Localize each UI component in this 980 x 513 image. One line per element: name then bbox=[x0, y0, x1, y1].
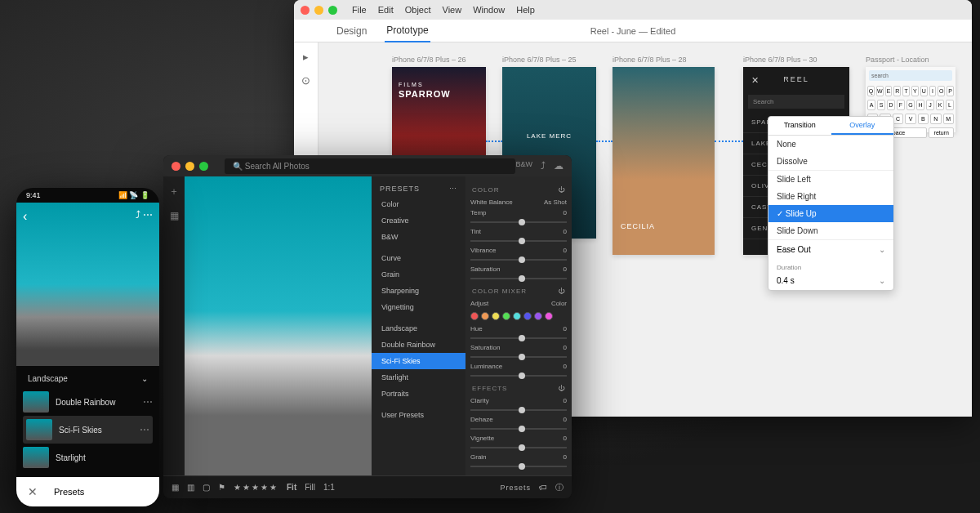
preset-group[interactable]: B&W bbox=[372, 229, 466, 245]
slider-row[interactable]: Vignette0 bbox=[470, 433, 567, 444]
transition-option[interactable]: Slide Right bbox=[768, 188, 893, 205]
library-icon[interactable]: ▦ bbox=[170, 210, 179, 221]
easing-select[interactable]: Ease Out⌄ bbox=[768, 240, 893, 259]
traffic-lights[interactable] bbox=[301, 6, 337, 15]
ab5-search-field: search bbox=[869, 70, 952, 81]
slider-row[interactable]: Saturation0 bbox=[470, 342, 567, 353]
color-swatches[interactable] bbox=[470, 309, 567, 323]
prototype-wire[interactable] bbox=[486, 141, 502, 142]
traffic-lights[interactable] bbox=[172, 162, 208, 171]
tab-prototype[interactable]: Prototype bbox=[385, 20, 430, 42]
transition-option[interactable]: Slide Left bbox=[768, 171, 893, 188]
panel-detail[interactable]: DETAIL bbox=[470, 471, 567, 475]
preset-item[interactable]: Starlight bbox=[372, 369, 466, 386]
slider-row[interactable]: Clarity0 bbox=[470, 395, 567, 406]
preset-group[interactable]: Curve bbox=[372, 250, 466, 266]
slider[interactable] bbox=[470, 356, 567, 358]
preset-category[interactable]: Landscape⌄ bbox=[16, 366, 159, 388]
panel-effects[interactable]: EFFECTS⏻ bbox=[470, 380, 567, 395]
transition-option[interactable]: None bbox=[768, 136, 893, 153]
mobile-preview-image[interactable]: ‹ ⤴ ⋯ bbox=[16, 203, 159, 366]
duration-select[interactable]: 0.4 s⌄ bbox=[768, 271, 893, 290]
slider-row[interactable]: Vibrance0 bbox=[470, 245, 567, 256]
share-icon[interactable]: ⤴ ⋯ bbox=[136, 209, 153, 221]
star-rating[interactable]: ★★★★★ bbox=[234, 483, 278, 492]
cloud-icon[interactable]: ☁ bbox=[554, 160, 564, 172]
slider[interactable] bbox=[470, 447, 567, 448]
transition-option[interactable]: Dissolve bbox=[768, 153, 893, 170]
slider-row[interactable]: Tint0 bbox=[470, 226, 567, 237]
prototype-wire[interactable] bbox=[715, 141, 743, 142]
preset-item-active[interactable]: Sci-Fi Skies bbox=[372, 353, 466, 369]
adjust-row[interactable]: AdjustColor bbox=[470, 298, 567, 309]
menu-edit[interactable]: Edit bbox=[378, 5, 394, 15]
lr-bw-button[interactable]: B&W bbox=[515, 160, 532, 172]
slider-row[interactable]: Saturation0 bbox=[470, 264, 567, 274]
preset-group[interactable]: Creative bbox=[372, 212, 466, 229]
slider[interactable] bbox=[470, 337, 567, 339]
slider[interactable] bbox=[470, 466, 567, 467]
artboard-3[interactable]: iPhone 6/7/8 Plus – 28 CECILIA bbox=[612, 67, 715, 255]
add-icon[interactable]: ＋ bbox=[169, 185, 179, 199]
presets-header: PRESETS⋯ bbox=[372, 181, 466, 196]
slider[interactable] bbox=[470, 375, 567, 377]
preset-item[interactable]: Starlight bbox=[23, 444, 153, 471]
info-icon[interactable]: ⓘ bbox=[555, 482, 564, 493]
back-icon[interactable]: ‹ bbox=[23, 209, 27, 224]
slider[interactable] bbox=[470, 409, 567, 411]
menu-view[interactable]: View bbox=[443, 5, 462, 15]
menu-window[interactable]: Window bbox=[473, 5, 505, 15]
tab-overlay[interactable]: Overlay bbox=[831, 117, 894, 135]
slider-row[interactable]: Luminance0 bbox=[470, 361, 567, 372]
ratio-button[interactable]: 1:1 bbox=[323, 483, 335, 492]
menu-file[interactable]: File bbox=[352, 5, 367, 15]
slider[interactable] bbox=[470, 428, 567, 430]
more-icon[interactable]: ⋯ bbox=[449, 185, 457, 193]
select-tool-icon[interactable]: ▸ bbox=[303, 51, 309, 63]
white-balance-row[interactable]: White BalanceAs Shot bbox=[470, 197, 567, 207]
preset-group[interactable]: Color bbox=[372, 196, 466, 212]
preset-item[interactable]: Double Rainbow bbox=[372, 337, 466, 353]
transition-option[interactable]: Slide Down bbox=[768, 222, 893, 239]
slider-row[interactable]: Temp0 bbox=[470, 207, 567, 218]
zoom-tool-icon[interactable]: ⊙ bbox=[301, 74, 310, 87]
more-icon[interactable]: ⋯ bbox=[140, 424, 149, 435]
image-preview[interactable] bbox=[185, 176, 372, 475]
preset-group[interactable]: User Presets bbox=[372, 407, 466, 423]
slider[interactable] bbox=[470, 278, 567, 279]
preset-group[interactable]: Portraits bbox=[372, 386, 466, 402]
transition-option-selected[interactable]: ✓ Slide Up bbox=[768, 205, 893, 222]
presets-toggle[interactable]: Presets bbox=[500, 484, 531, 492]
slider-row[interactable]: Dehaze0 bbox=[470, 414, 567, 425]
slider-row[interactable]: Grain0 bbox=[470, 452, 567, 462]
panel-color[interactable]: COLOR⏻ bbox=[470, 181, 567, 197]
tab-design[interactable]: Design bbox=[335, 20, 368, 42]
slider-row[interactable]: Hue0 bbox=[470, 323, 567, 334]
menu-object[interactable]: Object bbox=[405, 5, 431, 15]
prototype-wire[interactable] bbox=[596, 141, 612, 142]
share-icon[interactable]: ⤴ bbox=[541, 160, 546, 172]
preset-group[interactable]: Sharpening bbox=[372, 283, 466, 299]
preset-item[interactable]: Double Rainbow⋯ bbox=[23, 388, 153, 416]
panel-color-mixer[interactable]: COLOR MIXER⏻ bbox=[470, 283, 567, 298]
preset-group[interactable]: Grain bbox=[372, 266, 466, 283]
slider[interactable] bbox=[470, 259, 567, 261]
tab-transition[interactable]: Transition bbox=[768, 117, 831, 135]
grid-view-icon[interactable]: ▦ bbox=[172, 483, 179, 492]
menu-help[interactable]: Help bbox=[516, 5, 535, 15]
grid-view-icon[interactable]: ▥ bbox=[187, 483, 194, 492]
slider[interactable] bbox=[470, 240, 567, 242]
fill-button[interactable]: Fill bbox=[305, 483, 315, 492]
more-icon[interactable]: ⋯ bbox=[143, 396, 153, 408]
keyboard-row: QWERTYUIOP bbox=[866, 84, 956, 98]
search-input[interactable]: 🔍 Search All Photos bbox=[225, 158, 515, 174]
flag-icon[interactable]: ⚑ bbox=[218, 483, 225, 492]
close-icon[interactable]: ✕ bbox=[28, 485, 38, 498]
preset-item-selected[interactable]: Sci-Fi Skies⋯ bbox=[23, 416, 153, 444]
fit-button[interactable]: Fit bbox=[287, 483, 296, 492]
tag-icon[interactable]: 🏷 bbox=[539, 483, 547, 492]
loupe-view-icon[interactable]: ▢ bbox=[203, 483, 210, 492]
preset-group[interactable]: Vignetting bbox=[372, 299, 466, 315]
slider[interactable] bbox=[470, 221, 567, 223]
preset-group[interactable]: Landscape bbox=[372, 320, 466, 337]
